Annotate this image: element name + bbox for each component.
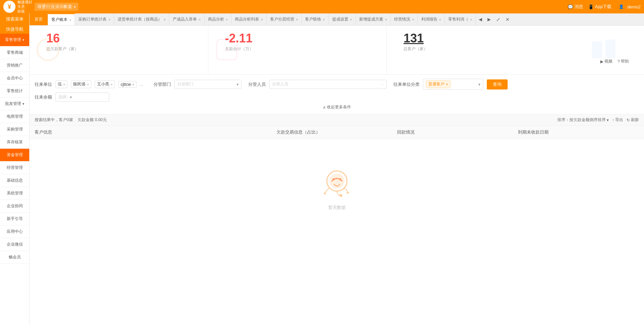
close-icon[interactable]: × [164, 17, 166, 22]
quick-nav[interactable]: 快捷导航 [0, 25, 29, 34]
close-all-button[interactable]: ✕ [503, 17, 512, 22]
export-button[interactable]: ↑ 导出 [612, 117, 623, 123]
tab-incoming-stats[interactable]: 进货单统计表（按商品） × [114, 13, 169, 25]
app-download-button[interactable]: 📱 App下载 [588, 4, 611, 10]
stats-row: ¥ 16 总欠款客户（家） ✦ -2.11 欠款合计（万） [30, 26, 644, 75]
chevron-down-icon: ▾ [74, 5, 76, 9]
empty-text: 暂无数据 [328, 205, 346, 211]
close-icon[interactable]: × [412, 17, 414, 22]
tab-customer-ledger[interactable]: 客户账本 × [48, 13, 75, 25]
sidebar-item-finance[interactable]: 资金管理 [0, 149, 29, 161]
top-right-actions: 💬 消息 📱 App下载 👤 demo2 [568, 2, 641, 11]
close-icon[interactable]: × [108, 17, 110, 22]
tab-profit-report[interactable]: 利润报告 × [418, 13, 445, 25]
sidebar-item-purchase[interactable]: 采购管理 [0, 123, 29, 136]
close-icon[interactable]: × [296, 17, 298, 22]
help-link[interactable]: ? 帮助 [617, 59, 629, 64]
col-customer-info: 客户信息 [35, 129, 276, 135]
sidebar-item-member-center[interactable]: 会员中心 [0, 72, 29, 85]
sidebar: 搜索菜单 快捷导航 零售管理 ▾ 零售商城 营销推广 会员中心 零售统计 批 [0, 13, 30, 325]
search-menu[interactable]: 搜索菜单 [0, 13, 29, 25]
dept-select[interactable]: 分管部门 ▾ [174, 80, 242, 89]
tab-customer-layer[interactable]: 客户分层经营 × [267, 13, 302, 25]
tab-retail-profit[interactable]: 零售利润（ × [445, 13, 476, 25]
svg-text:¥: ¥ [45, 43, 51, 54]
tab-home[interactable]: 首页 [30, 13, 48, 25]
tab-next-button[interactable]: ▶ [485, 17, 493, 22]
tab-product-analysis-list[interactable]: 商品分析列表 × [231, 13, 266, 25]
sidebar-item-basic-info[interactable]: 基础信息 [0, 174, 29, 187]
close-icon[interactable]: × [226, 17, 228, 22]
tab-product-analysis[interactable]: 商品分析 × [205, 13, 231, 25]
stat-customers: ¥ 16 总欠款客户（家） [30, 26, 208, 74]
residual-select[interactable]: 选择... ▾ [55, 93, 109, 102]
sidebar-item-retail-mgmt[interactable]: 零售管理 ▾ [0, 34, 29, 46]
sidebar-item-guide[interactable]: 新手引导 [0, 213, 29, 225]
tab-new-commission[interactable]: 新增提成方案 × [356, 13, 391, 25]
filter-more[interactable]: ... [140, 82, 143, 87]
person-input[interactable]: 分管人员 ··· [269, 80, 387, 89]
username: demo2 [627, 4, 641, 9]
query-button[interactable]: 查询 [487, 79, 508, 89]
close-icon[interactable]: × [132, 82, 134, 86]
company-name: 母婴行业演示帐套 [37, 4, 72, 10]
filter-tag-0[interactable]: 伍 × [55, 80, 68, 88]
message-button[interactable]: 💬 消息 [568, 4, 583, 10]
tab-bar: 首页 客户账本 × 采购订单统计表 × 进货单统计表（按商品） × 产成品入库单… [30, 13, 644, 26]
close-icon[interactable]: × [385, 17, 387, 22]
filter-tag-3[interactable]: cjttcw × [118, 81, 136, 88]
sidebar-item-wechat[interactable]: 企业微信 [0, 238, 29, 251]
empty-state: 暂无数据 [30, 139, 644, 238]
close-icon[interactable]: × [87, 82, 89, 86]
filter-area: 往来单位 伍 × 陈民强 × 王小亮 × [30, 75, 644, 114]
sidebar-item-marketing[interactable]: 营销推广 [0, 59, 29, 72]
close-icon[interactable]: × [63, 82, 65, 86]
sidebar-item-retail-mall[interactable]: 零售商城 [0, 46, 29, 59]
sidebar-item-operations[interactable]: 经营管理 [0, 161, 29, 174]
residual-label: 往来余额 [35, 94, 52, 100]
sidebar-item-enterprise[interactable]: 企业协同 [0, 200, 29, 213]
tab-customer-contact[interactable]: 客户联络 × [302, 13, 329, 25]
sidebar-item-system[interactable]: 系统管理 [0, 187, 29, 200]
maximize-button[interactable]: ⤢ [493, 17, 503, 22]
close-icon[interactable]: × [111, 82, 113, 86]
more-icon[interactable]: ··· [380, 82, 384, 87]
close-icon[interactable]: × [439, 17, 441, 22]
classification-select[interactable]: 普通客户 × ▾ [423, 79, 483, 90]
close-icon[interactable]: × [199, 17, 201, 22]
chevron-down-icon: ▾ [237, 82, 239, 87]
refresh-button[interactable]: ↻ 刷新 [627, 117, 639, 123]
sidebar-item-app-center[interactable]: 应用中心 [0, 225, 29, 238]
close-icon[interactable]: × [261, 17, 263, 22]
help-icon: ? [617, 59, 620, 64]
svg-point-9 [339, 178, 341, 180]
sidebar-item-retail-stats[interactable]: 零售统计 [0, 85, 29, 98]
filter-tag-2[interactable]: 王小亮 × [95, 80, 115, 88]
sidebar-item-wholesale-mgmt[interactable]: 批发管理 ▾ [0, 98, 29, 110]
svg-point-12 [347, 192, 349, 194]
close-icon[interactable]: × [350, 17, 352, 22]
close-icon[interactable]: × [446, 82, 448, 87]
close-icon[interactable]: × [323, 17, 325, 22]
company-selector[interactable]: 母婴行业演示帐套 ▾ [35, 3, 78, 11]
sidebar-item-ecommerce[interactable]: 电商管理 [0, 110, 29, 123]
tab-business[interactable]: 经营情况 × [391, 13, 418, 25]
tab-purchase-stats[interactable]: 采购订单统计表 × [75, 13, 114, 25]
close-icon[interactable]: × [69, 18, 71, 22]
tab-more-button[interactable]: ◀ [476, 17, 485, 22]
filter-tag-1[interactable]: 陈民强 × [71, 80, 91, 88]
tab-commission-setting[interactable]: 提成设置 × [329, 13, 356, 25]
sidebar-item-member[interactable]: 畅会员 [0, 251, 29, 264]
message-icon: 💬 [568, 4, 573, 9]
tab-product-inbound[interactable]: 产成品入库单 × [169, 13, 204, 25]
logo: ¥ 畅捷通好生意 标版 [3, 0, 33, 13]
chevron-right-icon: ▾ [23, 38, 24, 42]
user-profile[interactable]: 👤 demo2 [616, 2, 641, 11]
close-icon[interactable]: × [470, 17, 472, 22]
svg-point-8 [333, 178, 335, 180]
collapse-filter-button[interactable]: ∧ 收起更多条件 [323, 104, 351, 110]
chevron-right-icon: ▾ [23, 102, 24, 106]
classification-label: 往来单位分类 [393, 81, 420, 87]
sidebar-item-inventory[interactable]: 库存核算 [0, 136, 29, 149]
sort-select[interactable]: 排序：按欠款金额倒序排序 ▾ [557, 117, 609, 123]
